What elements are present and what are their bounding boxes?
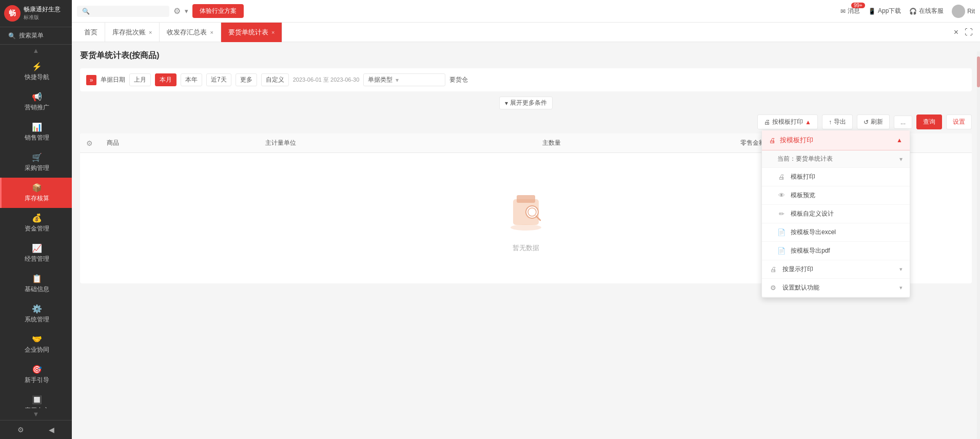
system-icon: ⚙️ — [32, 304, 42, 314]
window-maximize-btn[interactable]: ⛶ — [963, 27, 975, 38]
refresh-icon: ↺ — [864, 119, 869, 126]
type-filter-select[interactable]: 单据类型 ▾ — [363, 73, 445, 86]
tab-order-stats-close[interactable]: × — [271, 29, 275, 35]
sidebar-nav: ⚡ 快捷导航 📢 营销推广 📊 销售管理 🛒 采购管理 📦 库存核算 💰 资金管… — [0, 56, 72, 408]
date-btn-custom[interactable]: 自定义 — [261, 73, 289, 86]
dropdown-current-template[interactable]: 当前：要货单统计表 ▾ — [762, 150, 910, 168]
sidebar-item-apps[interactable]: 🔲 应用中心 — [0, 390, 72, 408]
sidebar-item-finance[interactable]: 💰 资金管理 — [0, 208, 72, 238]
query-btn[interactable]: 查询 — [916, 114, 942, 129]
search-icon: 🔍 — [82, 8, 90, 15]
sidebar-search-label: 搜索菜单 — [19, 31, 44, 40]
template-excel-icon: 📄 — [777, 228, 786, 236]
sidebar-item-cooperation[interactable]: 🤝 企业协同 — [0, 329, 72, 359]
sidebar-item-operation[interactable]: 📈 经营管理 — [0, 238, 72, 269]
more-icon: ... — [900, 119, 906, 126]
table-settings-icon[interactable]: ⚙ — [86, 139, 93, 147]
dropdown-display-print[interactable]: 🖨 按显示打印 ▾ — [762, 260, 910, 279]
dropdown-template-print[interactable]: 🖨 模板打印 — [762, 168, 910, 186]
sidebar-item-label: 系统管理 — [25, 315, 49, 324]
sidebar-item-purchase[interactable]: 🛒 采购管理 — [0, 147, 72, 178]
quick-nav-icon: ⚡ — [32, 62, 42, 71]
settings-bottom-btn[interactable]: ⚙ — [17, 426, 24, 434]
collapse-btn[interactable]: ◀ — [49, 426, 54, 434]
sidebar-search[interactable]: 🔍 搜索菜单 — [0, 27, 72, 45]
sidebar-item-label: 库存核算 — [25, 194, 49, 203]
user-profile-btn[interactable]: Rit — [952, 5, 975, 18]
dropdown-template-pdf[interactable]: 📄 按模板导出pdf — [762, 242, 910, 260]
tab-home[interactable]: 首页 — [77, 23, 105, 42]
topbar-search[interactable]: 🔍 — [77, 6, 169, 17]
date-btn-this-month[interactable]: 本月 — [155, 73, 177, 86]
topbar-dropdown-arrow[interactable]: ▾ — [185, 7, 188, 15]
display-print-icon: 🖨 — [769, 265, 777, 273]
sidebar-item-sales[interactable]: 📊 销售管理 — [0, 117, 72, 147]
date-filter-label: 单据日期 — [101, 75, 125, 84]
dropdown-title: 按模板打印 — [780, 136, 813, 145]
default-func-label: 设置默认功能 — [782, 283, 819, 292]
refresh-btn[interactable]: ↺ 刷新 — [857, 114, 890, 129]
purchase-icon: 🛒 — [32, 152, 42, 162]
messages-btn[interactable]: ✉ 消息 99+ — [840, 7, 860, 15]
trial-btn[interactable]: 体验行业方案 — [192, 4, 244, 18]
topbar-gear-icon[interactable]: ⚙ — [173, 6, 181, 16]
marketing-icon: 📢 — [32, 92, 42, 102]
default-func-arrow: ▾ — [899, 284, 903, 291]
tab-inventory-batch[interactable]: 库存批次账 × — [105, 23, 160, 42]
display-print-label: 按显示打印 — [782, 265, 813, 274]
dropdown-default-func[interactable]: ⚙ 设置默认功能 ▾ — [762, 279, 910, 297]
dropdown-header[interactable]: 🖨 按模板打印 ▲ — [762, 130, 910, 150]
print-label: 按模板打印 — [772, 118, 803, 126]
dropdown-close-arrow[interactable]: ▲ — [896, 137, 903, 144]
app-version: 标准版 — [24, 14, 61, 21]
expand-label: 展开更多条件 — [510, 99, 547, 107]
date-btn-more[interactable]: 更多 — [236, 73, 257, 86]
sidebar-item-inventory[interactable]: 📦 库存核算 — [0, 178, 72, 208]
scroll-down-btn[interactable]: ▼ — [0, 408, 72, 420]
sidebar-item-guide[interactable]: 🎯 新手引导 — [0, 359, 72, 390]
default-func-icon: ⚙ — [769, 284, 777, 292]
sidebar-item-quick-nav[interactable]: ⚡ 快捷导航 — [0, 56, 72, 87]
tab-order-stats-label: 要货单统计表 — [228, 28, 268, 37]
window-close-btn[interactable]: × — [952, 27, 961, 38]
online-service-btn[interactable]: 🎧 在线客服 — [909, 7, 944, 15]
tab-receivable-summary[interactable]: 收发存汇总表 × — [160, 23, 221, 42]
sidebar-item-label: 销售管理 — [25, 133, 49, 142]
tabs-bar: 首页 库存批次账 × 收发存汇总表 × 要货单统计表 × × ⛶ — [72, 23, 980, 42]
date-btn-7days[interactable]: 近7天 — [206, 73, 231, 86]
date-btn-this-year[interactable]: 本年 — [181, 73, 202, 86]
tab-inventory-batch-close[interactable]: × — [149, 29, 152, 35]
expand-more-btn[interactable]: ▾ 展开更多条件 — [499, 97, 553, 109]
right-scrollbar[interactable] — [977, 51, 980, 439]
require-label: 要货仓 — [449, 75, 468, 84]
sidebar-item-label: 新手引导 — [25, 376, 49, 385]
settings-action-btn[interactable]: 设置 — [946, 114, 972, 129]
tab-order-stats[interactable]: 要货单统计表 × — [221, 23, 282, 42]
sidebar-item-marketing[interactable]: 📢 营销推广 — [0, 87, 72, 117]
page-title: 要货单统计表(按商品) — [80, 50, 972, 61]
tab-receivable-summary-close[interactable]: × — [210, 29, 213, 35]
sidebar-item-base[interactable]: 📋 基础信息 — [0, 269, 72, 299]
dropdown-template-preview[interactable]: 👁 模板预览 — [762, 186, 910, 205]
more-actions-btn[interactable]: ... — [894, 116, 912, 129]
sidebar-item-system[interactable]: ⚙️ 系统管理 — [0, 299, 72, 329]
app-download-btn[interactable]: 📱 App下载 — [868, 7, 901, 15]
expand-icon: ▾ — [505, 100, 508, 107]
dropdown-template-excel[interactable]: 📄 按模板导出excel — [762, 223, 910, 242]
print-btn[interactable]: 🖨 按模板打印 ▲ — [757, 114, 818, 129]
sidebar-item-label: 营销推广 — [25, 103, 49, 112]
date-btn-last-month[interactable]: 上月 — [129, 73, 151, 86]
col-settings[interactable]: ⚙ — [80, 133, 101, 153]
template-preview-label: 模板预览 — [791, 191, 815, 200]
export-btn[interactable]: ↑ 导出 — [822, 114, 853, 129]
scroll-up-btn[interactable]: ▲ — [0, 45, 72, 56]
template-design-label: 模板自定义设计 — [791, 209, 834, 218]
finance-icon: 💰 — [32, 213, 42, 223]
search-icon: 🔍 — [8, 32, 16, 40]
dropdown-template-design[interactable]: ✏ 模板自定义设计 — [762, 205, 910, 223]
sidebar-item-label: 资金管理 — [25, 224, 49, 233]
tab-inventory-batch-label: 库存批次账 — [112, 28, 146, 37]
print-dropdown-panel: 🖨 按模板打印 ▲ 当前：要货单统计表 ▾ 🖨 模板打印 👁 模板预览 — [761, 130, 910, 298]
cooperation-icon: 🤝 — [32, 334, 42, 344]
filter-toggle-btn[interactable]: » — [86, 75, 96, 85]
